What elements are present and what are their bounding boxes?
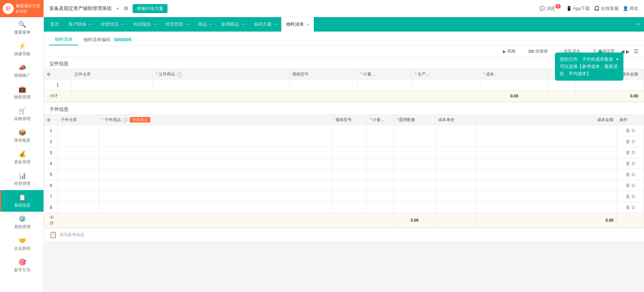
product-info-icon[interactable]: i bbox=[177, 72, 182, 77]
tab-bom-close[interactable]: × bbox=[307, 22, 309, 26]
delete-icon-8[interactable]: 🗑 bbox=[626, 205, 630, 210]
copy-icon-6[interactable]: ⧉ bbox=[632, 183, 635, 188]
sidebar-item-guide[interactable]: 🎯 新手引导 bbox=[0, 255, 44, 277]
parent-th-settings[interactable]: ⚙ bbox=[44, 69, 72, 80]
child-row-6-spec[interactable] bbox=[332, 180, 367, 191]
child-row-4-qty[interactable] bbox=[367, 158, 394, 169]
tab-barcode-close[interactable]: × bbox=[274, 22, 276, 26]
sidebar-item-marketing[interactable]: 📣 营销推广 bbox=[0, 60, 44, 82]
child-row-7-warehouse[interactable] bbox=[58, 191, 99, 202]
delete-icon-4[interactable]: 🗑 bbox=[626, 161, 630, 166]
sidebar-item-collab[interactable]: 🤝 企业协同 bbox=[0, 233, 44, 255]
child-row-5-unit-cost[interactable] bbox=[435, 169, 476, 180]
tab-operations[interactable]: 经营情况 × bbox=[96, 17, 128, 32]
sidebar-item-finance[interactable]: 💰 资金管理 bbox=[0, 147, 44, 168]
copy-icon-2[interactable]: ⧉ bbox=[632, 139, 635, 144]
child-row-3-unit-cost[interactable] bbox=[435, 147, 476, 158]
delete-icon-6[interactable]: 🗑 bbox=[626, 183, 630, 188]
child-row-3-need-qty[interactable] bbox=[394, 147, 435, 158]
child-row-7-product[interactable] bbox=[99, 191, 333, 202]
child-row-6-warehouse[interactable] bbox=[58, 180, 99, 191]
online-service-button[interactable]: 🎧 在线客服 bbox=[594, 5, 619, 12]
experience-button[interactable]: 体验行业方案 bbox=[133, 4, 168, 13]
tab-barcode[interactable]: 条码方案 × bbox=[249, 17, 281, 32]
child-row-2-warehouse[interactable] bbox=[58, 136, 99, 147]
video-button[interactable]: ▶ 视频 bbox=[501, 48, 518, 55]
child-row-1-unit-cost[interactable] bbox=[435, 125, 476, 136]
parent-product-cell[interactable] bbox=[153, 80, 289, 91]
child-row-3-qty[interactable] bbox=[367, 147, 394, 158]
tab-operations-close[interactable]: × bbox=[121, 22, 123, 26]
child-row-5-warehouse[interactable] bbox=[58, 169, 99, 180]
child-row-7-need-qty[interactable] bbox=[394, 191, 435, 202]
delete-icon-7[interactable]: 🗑 bbox=[626, 194, 630, 199]
child-row-2-unit-cost[interactable] bbox=[435, 136, 476, 147]
child-row-6-product[interactable] bbox=[99, 180, 333, 191]
sidebar-item-inventory[interactable]: 📦 库存核算 bbox=[0, 125, 44, 147]
copy-icon-3[interactable]: ⧉ bbox=[632, 150, 635, 155]
child-row-1-spec[interactable] bbox=[332, 125, 367, 136]
tab-home[interactable]: 首页 bbox=[45, 17, 64, 32]
sidebar-item-search[interactable]: 🔍 搜索菜单 bbox=[0, 17, 44, 39]
parent-cost-cell[interactable] bbox=[480, 80, 548, 91]
child-row-1-warehouse[interactable] bbox=[58, 125, 99, 136]
child-row-8-qty[interactable] bbox=[367, 202, 394, 213]
copy-icon-4[interactable]: ⧉ bbox=[632, 161, 635, 166]
copy-icon-1[interactable]: ⧉ bbox=[632, 128, 635, 133]
child-row-6-unit-cost[interactable] bbox=[435, 180, 476, 191]
sidebar-item-sales[interactable]: 💼 销售管理 bbox=[0, 82, 44, 104]
child-product-info-icon[interactable]: i bbox=[123, 118, 127, 122]
child-row-2-product[interactable] bbox=[99, 136, 333, 147]
child-row-8-spec[interactable] bbox=[332, 202, 367, 213]
child-row-4-unit-cost[interactable] bbox=[435, 158, 476, 169]
parent-qty-cell[interactable] bbox=[358, 80, 412, 91]
sidebar-item-basic-info[interactable]: 📋 基础信息 bbox=[0, 190, 44, 212]
sidebar-item-quicknav[interactable]: ⚡ 快捷导航 bbox=[0, 39, 44, 60]
child-row-7-qty[interactable] bbox=[367, 191, 394, 202]
child-row-2-need-qty[interactable] bbox=[394, 136, 435, 147]
child-row-4-product[interactable] bbox=[99, 158, 333, 169]
child-row-1-need-qty[interactable] bbox=[394, 125, 435, 136]
copy-icon-7[interactable]: ⧉ bbox=[632, 194, 635, 199]
user-button[interactable]: 👤 用友 bbox=[623, 5, 639, 12]
child-row-6-qty[interactable] bbox=[367, 180, 394, 191]
child-row-2-spec[interactable] bbox=[332, 136, 367, 147]
delete-icon-2[interactable]: 🗑 bbox=[626, 139, 630, 144]
message-button[interactable]: 💬 消息 6 bbox=[540, 5, 562, 12]
delete-icon-5[interactable]: 🗑 bbox=[626, 172, 630, 177]
parent-warehouse-cell[interactable] bbox=[71, 80, 153, 91]
child-row-3-warehouse[interactable] bbox=[58, 147, 99, 158]
tab-profit-close[interactable]: × bbox=[154, 22, 156, 26]
child-row-8-warehouse[interactable] bbox=[58, 202, 99, 213]
app-download-button[interactable]: 📱 App下载 bbox=[566, 5, 590, 12]
close-all-tabs[interactable]: × bbox=[634, 21, 643, 27]
child-row-2-qty[interactable] bbox=[367, 136, 394, 147]
nav-next-icon[interactable]: ▶ bbox=[626, 49, 630, 54]
gear-icon[interactable]: ⚙ bbox=[124, 5, 128, 12]
child-row-4-spec[interactable] bbox=[332, 158, 367, 169]
tab-new-product[interactable]: 新增商品 × bbox=[216, 17, 249, 32]
tab-product[interactable]: 商品 × bbox=[193, 17, 216, 32]
delete-icon-3[interactable]: 🗑 bbox=[626, 150, 630, 155]
tab-history-close[interactable]: × bbox=[186, 22, 188, 26]
child-th-settings[interactable]: ⚙ bbox=[44, 115, 58, 125]
shortcut-button[interactable]: ⌨ 快捷键 bbox=[526, 48, 550, 55]
tab-history[interactable]: 经营历程 × bbox=[161, 17, 193, 32]
child-row-5-need-qty[interactable] bbox=[394, 169, 435, 180]
child-row-5-spec[interactable] bbox=[332, 169, 367, 180]
sidebar-item-operations[interactable]: 📊 经营管理 bbox=[0, 168, 44, 190]
child-row-8-need-qty[interactable] bbox=[394, 202, 435, 213]
tab-bom[interactable]: 物料清单 × bbox=[281, 17, 313, 32]
copy-icon-5[interactable]: ⧉ bbox=[632, 172, 635, 177]
child-row-1-qty[interactable] bbox=[367, 125, 394, 136]
tab-new-product-close[interactable]: × bbox=[242, 22, 244, 26]
sidebar-item-system[interactable]: ⚙️ 系统管理 bbox=[0, 212, 44, 233]
tooltip-close-button[interactable]: × bbox=[616, 56, 619, 63]
child-row-5-product[interactable] bbox=[99, 169, 333, 180]
child-row-4-warehouse[interactable] bbox=[58, 158, 99, 169]
child-row-6-need-qty[interactable] bbox=[394, 180, 435, 191]
child-row-4-need-qty[interactable] bbox=[394, 158, 435, 169]
child-row-8-unit-cost[interactable] bbox=[435, 202, 476, 213]
tab-profit[interactable]: 利润报告 × bbox=[128, 17, 161, 32]
child-row-5-qty[interactable] bbox=[367, 169, 394, 180]
